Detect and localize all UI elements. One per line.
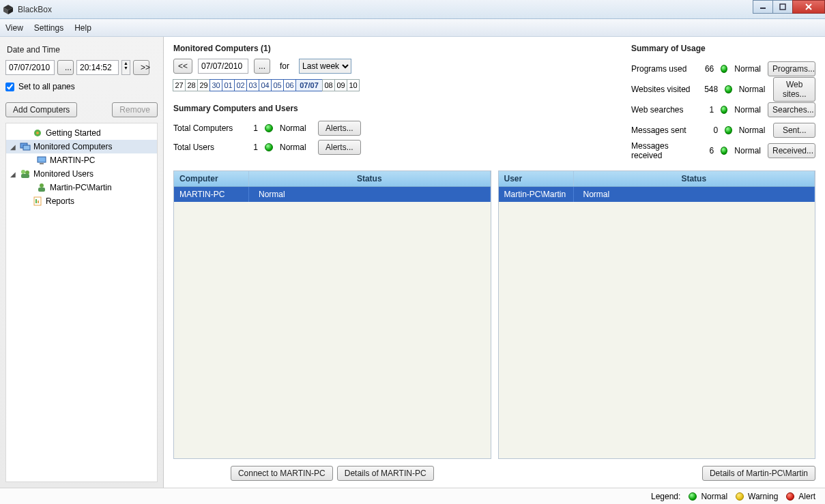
table-row[interactable]: MARTIN-PC Normal bbox=[174, 187, 491, 202]
page-heading: Monitored Computers (1) bbox=[173, 44, 631, 53]
usage-status: Normal bbox=[739, 125, 767, 135]
total-users-label: Total Users bbox=[173, 143, 242, 152]
status-text: Normal bbox=[280, 123, 311, 133]
user-icon bbox=[36, 182, 47, 193]
usage-count: 66 bbox=[699, 64, 714, 74]
usage-button[interactable]: Searches... bbox=[768, 102, 815, 117]
menu-view[interactable]: View bbox=[5, 23, 23, 33]
svg-rect-10 bbox=[23, 145, 30, 150]
calendar-day[interactable]: 02 bbox=[234, 79, 247, 91]
calendar-day[interactable]: 10 bbox=[347, 79, 360, 91]
svg-point-16 bbox=[40, 183, 44, 188]
usage-button[interactable]: Received... bbox=[768, 143, 815, 158]
usage-status: Normal bbox=[734, 146, 761, 155]
status-dot-icon bbox=[721, 65, 727, 73]
menu-settings[interactable]: Settings bbox=[34, 23, 63, 33]
table-row[interactable]: Martin-PC\Martin Normal bbox=[499, 187, 815, 202]
main-date-input[interactable] bbox=[198, 59, 248, 74]
svg-rect-15 bbox=[21, 174, 29, 178]
computer-status: Normal bbox=[259, 190, 285, 199]
usage-status: Normal bbox=[734, 105, 761, 115]
svg-line-5 bbox=[806, 4, 811, 10]
date-input[interactable] bbox=[5, 60, 55, 75]
time-spinner[interactable]: ▲▼ bbox=[121, 60, 130, 75]
usage-label: Websites visited bbox=[631, 85, 695, 94]
tree-reports[interactable]: Reports bbox=[6, 194, 157, 208]
alert-dot-icon bbox=[786, 492, 794, 501]
legend-label: Legend: bbox=[651, 492, 680, 501]
legend-warning: Warning bbox=[748, 492, 778, 501]
calendar-day[interactable]: 07/07 bbox=[295, 79, 323, 91]
usage-button[interactable]: Programs... bbox=[768, 61, 815, 76]
menu-bar: View Settings Help bbox=[0, 19, 825, 37]
legend-normal: Normal bbox=[701, 492, 727, 501]
computers-icon bbox=[20, 141, 31, 152]
tree-martin-pc[interactable]: MARTIN-PC bbox=[6, 153, 157, 167]
calendar-day[interactable]: 28 bbox=[185, 79, 198, 91]
col-user[interactable]: User bbox=[499, 171, 574, 186]
menu-help[interactable]: Help bbox=[74, 23, 91, 33]
tree-getting-started[interactable]: Getting Started bbox=[6, 126, 157, 140]
calendar-day[interactable]: 29 bbox=[197, 79, 210, 91]
set-all-panes-input[interactable] bbox=[5, 83, 14, 91]
col-status[interactable]: Status bbox=[249, 171, 491, 186]
svg-rect-11 bbox=[38, 157, 46, 162]
calendar-day[interactable]: 09 bbox=[334, 79, 347, 91]
calendar-day[interactable]: 08 bbox=[322, 79, 335, 91]
status-dot-icon bbox=[725, 126, 732, 134]
connect-button[interactable]: Connect to MARTIN-PC bbox=[231, 466, 333, 481]
main-date-browse-button[interactable]: ... bbox=[254, 59, 270, 74]
calendar-day[interactable]: 01 bbox=[222, 79, 235, 91]
col-status[interactable]: Status bbox=[574, 171, 815, 186]
calendar-day[interactable]: 03 bbox=[246, 79, 259, 91]
date-browse-button[interactable]: ... bbox=[57, 60, 74, 75]
user-name: Martin-PC\Martin bbox=[499, 187, 574, 202]
status-dot-icon bbox=[721, 147, 727, 155]
users-alerts-button[interactable]: Alerts... bbox=[318, 140, 361, 155]
add-computers-button[interactable]: Add Computers bbox=[5, 102, 77, 117]
minimize-button[interactable] bbox=[753, 0, 773, 14]
content-area: Monitored Computers (1) << ... for Last … bbox=[164, 37, 825, 488]
close-button[interactable] bbox=[792, 0, 825, 14]
usage-heading: Summary of Usage bbox=[631, 44, 815, 53]
tree-monitored-users[interactable]: ◢ Monitored Users bbox=[6, 167, 157, 181]
usage-button[interactable]: Sent... bbox=[773, 123, 815, 138]
time-input[interactable] bbox=[76, 60, 119, 75]
usage-label: Programs used bbox=[631, 64, 692, 74]
calendar-day[interactable]: 06 bbox=[283, 79, 296, 91]
set-all-panes-checkbox[interactable]: Set to all panes bbox=[5, 82, 158, 91]
maximize-button[interactable] bbox=[772, 0, 793, 14]
calendar-day[interactable]: 05 bbox=[271, 79, 284, 91]
date-range-select[interactable]: Last week bbox=[299, 59, 351, 74]
usage-row: Messages sent0NormalSent... bbox=[631, 120, 815, 140]
computer-details-button[interactable]: Details of MARTIN-PC bbox=[337, 466, 434, 481]
col-computer[interactable]: Computer bbox=[174, 171, 249, 186]
remove-button[interactable]: Remove bbox=[112, 102, 158, 117]
status-dot-icon bbox=[265, 143, 273, 151]
calendar-strip: 2728293001020304050607/07080910 bbox=[173, 79, 631, 91]
computer-name: MARTIN-PC bbox=[174, 187, 249, 202]
usage-label: Web searches bbox=[631, 105, 692, 115]
usage-button[interactable]: Web sites... bbox=[773, 77, 815, 102]
forward-button[interactable]: >> bbox=[133, 60, 149, 75]
window-controls bbox=[753, 0, 825, 14]
title-bar: BlackBox bbox=[0, 0, 825, 19]
computers-alerts-button[interactable]: Alerts... bbox=[318, 121, 361, 136]
usage-label: Messages sent bbox=[631, 125, 695, 135]
tree-martin-user[interactable]: Martin-PC\Martin bbox=[6, 181, 157, 194]
svg-point-13 bbox=[21, 170, 25, 174]
reports-icon bbox=[32, 196, 43, 207]
window-title: BlackBox bbox=[18, 5, 52, 14]
usage-row: Websites visited548NormalWeb sites... bbox=[631, 79, 815, 100]
user-details-button[interactable]: Details of Martin-PC\Martin bbox=[702, 466, 815, 481]
tree-monitored-computers[interactable]: ◢ Monitored Computers bbox=[6, 140, 157, 153]
warning-dot-icon bbox=[736, 492, 744, 501]
date-prev-button[interactable]: << bbox=[173, 59, 192, 74]
calendar-day[interactable]: 04 bbox=[259, 79, 272, 91]
calendar-day[interactable]: 30 bbox=[209, 79, 222, 91]
status-dot-icon bbox=[721, 106, 727, 114]
app-icon bbox=[3, 4, 14, 15]
computer-icon bbox=[36, 155, 47, 166]
calendar-day[interactable]: 27 bbox=[173, 79, 186, 91]
svg-rect-12 bbox=[40, 163, 44, 164]
